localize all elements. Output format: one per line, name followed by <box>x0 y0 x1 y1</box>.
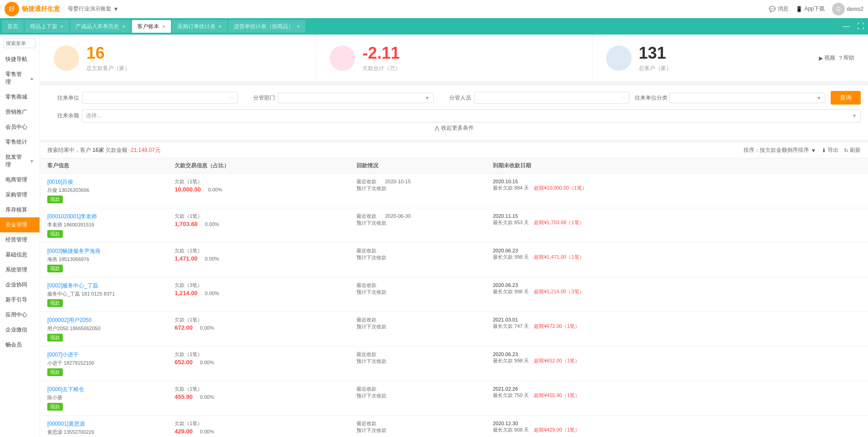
app-download-btn[interactable]: 📱 App下载 <box>796 5 825 13</box>
sidebar-item-retail-store[interactable]: 零售商城 <box>0 90 40 105</box>
store-name: 母婴行业演示账套 <box>68 5 111 13</box>
tab-customer-account-close[interactable]: ✕ <box>162 24 166 29</box>
tabs-expand-btn[interactable]: ⛶ <box>855 22 866 30</box>
sidebar-item-marketing[interactable]: 营销推广 <box>0 105 40 120</box>
debt-amount: -21,148.07元 <box>129 147 160 153</box>
overdue-link[interactable]: 超期¥1,214.00（3笔） <box>534 289 584 294</box>
customer-name-link[interactable]: [0007]小进干 <box>47 352 79 358</box>
customer-name-link[interactable]: [0016]吕俊 <box>47 179 73 185</box>
tab-purchase-stat-close[interactable]: ✕ <box>296 24 300 29</box>
overdue-days: 最长欠款 750 天 <box>493 392 534 398</box>
help-btn[interactable]: ?帮助 <box>839 54 854 62</box>
due-date-cell: 2020.12.30 最长欠款 808 天 超期¥429.00（1笔） <box>493 420 861 433</box>
sidebar-item-finance[interactable]: 资金管理 <box>0 217 40 232</box>
sidebar-item-app-center-label: 应用中心 <box>5 311 27 319</box>
debt-percent: 0.00% <box>205 291 219 296</box>
sidebar-item-basic-info[interactable]: 基础信息 <box>0 247 40 262</box>
tab-home[interactable]: 首页 <box>2 20 24 33</box>
sidebar-item-system-label: 系统管理 <box>5 266 27 274</box>
results-bar: 搜索结果中，客户 16家 欠款金额 -21,148.07元 排序：按欠款金额倒序… <box>40 143 868 158</box>
search-input[interactable] <box>4 38 36 48</box>
debt-info-cell: 欠款（1笔） 1,471.00 0.00% <box>175 247 356 262</box>
department-input[interactable]: ▼ <box>278 93 434 103</box>
filter-area: 往来单位 ··· 分管部门 ▼ 分管人员 ··· <box>40 85 868 139</box>
manager-input[interactable]: ··· <box>474 92 630 104</box>
tab-purchase-order-close[interactable]: ✕ <box>218 24 222 29</box>
search-result-text: 搜索结果中，客户 <box>47 147 91 153</box>
overdue-link[interactable]: 超期¥1,703.68（1笔） <box>534 220 584 225</box>
user-btn[interactable]: D demo2 <box>832 3 863 15</box>
header-due-date: 到期未收款日期 <box>493 162 861 170</box>
customer-info-cell: [000002]用户2050 用户2050 18665062050 现款 <box>47 316 175 342</box>
tab-customer-account[interactable]: 客户账本 ✕ <box>132 20 171 33</box>
debt-info-cell: 欠款（1笔） 455.90 0.00% <box>175 386 356 400</box>
collapse-btn[interactable]: ⋀ 收起更多条件 <box>47 122 861 134</box>
last-payment-label: 最近收款 <box>356 282 376 288</box>
tabs-minimize-btn[interactable]: — <box>841 22 852 30</box>
customer-name-link[interactable]: [0003]畅捷服务尹海燕 <box>47 248 100 254</box>
table-row: [000001]黄思源 黄思源 13552700226 现款 欠款（1笔） 42… <box>40 416 868 437</box>
tab-purchase-stat-label: 进货单统计表（按商品） <box>234 23 294 30</box>
customer-name-link[interactable]: [000002]用户2050 <box>47 317 91 323</box>
sidebar-item-purchase-mgmt[interactable]: 采购管理 <box>0 187 40 202</box>
sidebar-item-ecommerce[interactable]: 电商管理 <box>0 172 40 187</box>
overdue-link[interactable]: 超期¥10,000.00（1笔） <box>534 185 587 191</box>
sidebar-item-operation[interactable]: 经营管理 <box>0 232 40 247</box>
tab-purchase-stat[interactable]: 进货单统计表（按商品） ✕ <box>228 20 306 33</box>
overdue-days: 最长欠款 808 天 <box>493 427 534 432</box>
debt-amount-val: 429.00 <box>175 428 193 435</box>
overdue-link[interactable]: 超期¥1,471.00（1笔） <box>534 254 584 260</box>
sidebar-item-app-center[interactable]: 应用中心 <box>0 307 40 322</box>
filter-label-category: 往来单位分类 <box>635 94 667 102</box>
tab-purchase-order[interactable]: 采购订单统计表 ✕ <box>172 20 227 33</box>
video-icon: ▶ <box>819 55 823 61</box>
category-input[interactable]: ▼ <box>669 93 825 103</box>
sidebar-item-enterprise-label: 企业协同 <box>5 281 27 289</box>
overdue-link[interactable]: 超期¥652.00（1笔） <box>534 358 580 363</box>
tab-products[interactable]: 商品上下架 ✕ <box>25 20 69 33</box>
export-btn[interactable]: ⬇ 导出 <box>822 146 838 154</box>
table-header: 客户信息 欠款交易信息（占比） 回款情况 到期未收款日期 <box>40 158 868 174</box>
debt-count: 欠款（1笔） <box>175 213 356 220</box>
overdue-link[interactable]: 超期¥429.00（1笔） <box>534 427 580 432</box>
supplier-input[interactable]: ··· <box>82 92 238 104</box>
due-date: 2020.12.30 <box>493 421 518 426</box>
sidebar-item-quick-nav[interactable]: 快捷导航 <box>0 52 40 67</box>
sidebar-item-member[interactable]: 会员中心 <box>0 120 40 135</box>
customer-name-link[interactable]: [0006]去下粮仓 <box>47 386 84 392</box>
store-selector[interactable]: 母婴行业演示账套 ▼ <box>64 5 122 13</box>
debt-percent: 0.00% <box>208 187 222 192</box>
filter-label-manager: 分管人员 <box>439 94 471 102</box>
sidebar-item-batch-mgmt[interactable]: 批发管理 ▼ <box>0 150 40 172</box>
sidebar-item-guide[interactable]: 新手引导 <box>0 292 40 307</box>
sidebar-item-retail-stat[interactable]: 零售统计 <box>0 135 40 150</box>
overdue-link[interactable]: 超期¥455.90（1笔） <box>534 392 580 398</box>
overdue-days: 最长欠款 747 天 <box>493 323 534 329</box>
sort-button[interactable]: 排序：按欠款金额倒序排序 ▼ <box>743 146 816 154</box>
sidebar-item-enterprise[interactable]: 企业协同 <box>0 277 40 292</box>
balance-input[interactable]: 选择... ▼ <box>82 109 861 122</box>
customer-tag: 现款 <box>47 334 63 342</box>
stat-card-debt-amount: -2.11 欠款合计（万） <box>316 35 592 81</box>
stat-icon-debt-amount <box>330 45 355 71</box>
query-button[interactable]: 查询 <box>831 91 861 105</box>
refresh-btn[interactable]: ↻ 刷新 <box>844 146 861 154</box>
overdue-link[interactable]: 超期¥672.00（1笔） <box>534 323 580 329</box>
tab-production[interactable]: 产成品入库单历史 ✕ <box>70 20 131 33</box>
tab-home-label: 首页 <box>7 23 18 30</box>
sidebar-item-wechat[interactable]: 企业微信 <box>0 322 40 337</box>
customer-name-link[interactable]: [0002]服务中心_丁磊 <box>47 282 98 289</box>
message-btn[interactable]: 💬 消息 <box>769 5 788 13</box>
video-btn[interactable]: ▶视频 <box>819 54 835 62</box>
sidebar-item-retail-mgmt[interactable]: 零售管理 ▲ <box>0 67 40 90</box>
sidebar-item-system[interactable]: 系统管理 <box>0 262 40 277</box>
sidebar-item-vip[interactable]: 畅会员 <box>0 337 40 352</box>
customer-name-link[interactable]: [000001]黄思源 <box>47 421 85 427</box>
table-row: [0001020001]李老师 李老师 18600391516 现款 欠款（1笔… <box>40 208 868 243</box>
tab-products-close[interactable]: ✕ <box>60 24 64 29</box>
customer-name-link[interactable]: [0001020001]李老师 <box>47 213 97 220</box>
store-dropdown-icon: ▼ <box>113 6 119 12</box>
tab-production-close[interactable]: ✕ <box>122 24 125 29</box>
sidebar-item-inventory[interactable]: 库存核算 <box>0 202 40 217</box>
avatar: D <box>832 3 845 15</box>
